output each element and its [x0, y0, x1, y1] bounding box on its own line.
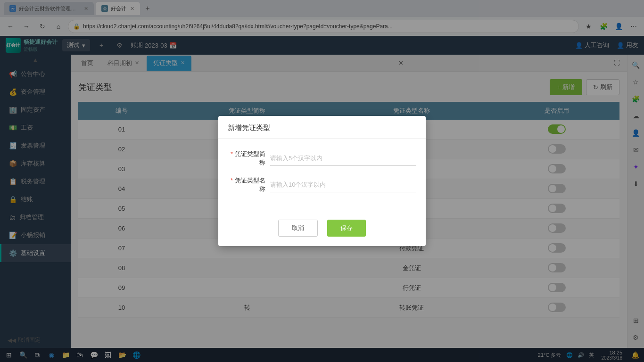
full-name-label: *凭证类型名称: [228, 176, 270, 193]
modal-overlay: 新增凭证类型 *凭证类型简称 *凭证类型名称 取消 保存: [0, 0, 644, 362]
short-name-row: *凭证类型简称: [228, 150, 416, 167]
required-mark-2: *: [231, 177, 233, 184]
modal-body: *凭证类型简称 *凭证类型名称: [218, 139, 426, 214]
required-mark-1: *: [231, 150, 233, 157]
modal-header: 新增凭证类型: [218, 116, 426, 139]
modal-title: 新增凭证类型: [228, 123, 270, 132]
full-name-input[interactable]: [270, 177, 416, 192]
new-voucher-modal: 新增凭证类型 *凭证类型简称 *凭证类型名称 取消 保存: [218, 116, 426, 246]
modal-footer: 取消 保存: [218, 214, 426, 246]
save-button[interactable]: 保存: [327, 220, 366, 237]
cancel-button[interactable]: 取消: [278, 220, 318, 237]
full-name-row: *凭证类型名称: [228, 176, 416, 193]
short-name-input[interactable]: [270, 151, 416, 166]
short-name-label: *凭证类型简称: [228, 150, 270, 167]
